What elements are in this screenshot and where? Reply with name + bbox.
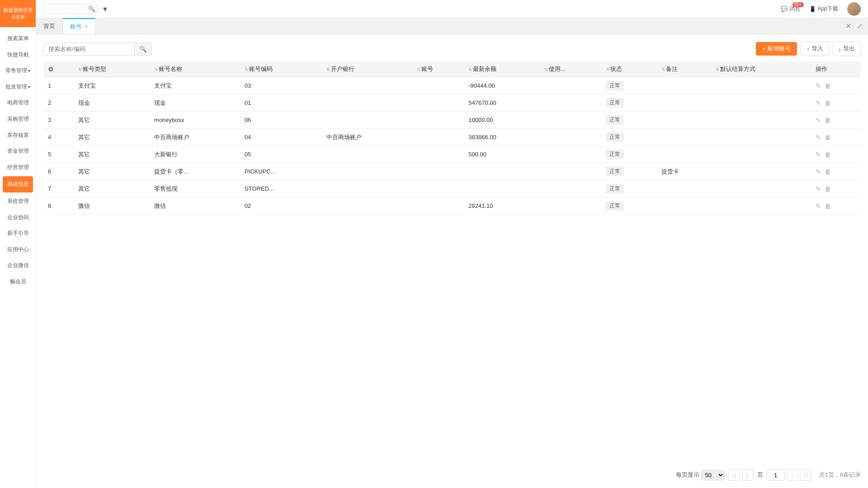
sidebar-item-newcomer[interactable]: 新手引导 (0, 225, 36, 242)
status-badge: 正常 (606, 98, 624, 108)
col-header-usage[interactable]: ⇅使用... (540, 61, 601, 77)
delete-icon[interactable]: 🗑 (825, 99, 831, 107)
action-icons: ✎🗑 (816, 99, 856, 107)
col-header-account[interactable]: ⇅账号 (412, 61, 464, 77)
cell-code: 01 (240, 94, 322, 112)
cell-status: 正常 (601, 94, 657, 112)
avatar[interactable] (847, 2, 861, 16)
table-row: 2现金现金01547670.00正常✎🗑 (43, 94, 861, 112)
cell-default_settle (711, 94, 811, 112)
tab-close-icon[interactable]: × (85, 23, 88, 30)
sidebar-item-app-center[interactable]: 应用中心 (0, 242, 36, 258)
close-all-icon: ✕ (845, 22, 851, 30)
sidebar-item-retail[interactable]: 零售管理▾ (0, 63, 36, 79)
last-page-button[interactable]: ⟩⟩ (800, 469, 812, 481)
edit-icon[interactable]: ✎ (816, 134, 821, 141)
search-box[interactable]: 🔍 (43, 42, 152, 56)
table-row: 6其它提货卡（零...PICKUPC...正常提货卡✎🗑 (43, 163, 861, 180)
col-header-remark[interactable]: ⇅备注 (657, 61, 711, 77)
gear-icon[interactable]: ⚙ (48, 66, 54, 73)
next-page-button[interactable]: ⟩ (787, 469, 798, 481)
cell-balance (464, 163, 539, 180)
cell-type: 其它 (74, 180, 149, 197)
logo: 畅捷通财生意 乐意版 (0, 0, 36, 27)
sidebar-item-capital[interactable]: 资金管理 (0, 143, 36, 160)
tab-home[interactable]: 首页 (36, 18, 63, 34)
cell-status: 正常 (601, 180, 657, 197)
col-header-type[interactable]: ⇅账号类型 (74, 61, 149, 77)
export-button[interactable]: ↓ 导出 (833, 42, 861, 56)
sidebar-item-corp-wechat[interactable]: 企业微信 (0, 258, 36, 274)
cell-bank (322, 163, 412, 180)
edit-icon[interactable]: ✎ (816, 117, 821, 124)
sidebar-item-system[interactable]: 系统管理 (0, 193, 36, 210)
logo-text: 畅捷通财生意 (3, 7, 33, 13)
edit-icon[interactable]: ✎ (816, 202, 821, 210)
sidebar-item-purchase[interactable]: 采购管理 (0, 111, 36, 127)
tab-expand-buttons[interactable]: ✕⤢ (840, 22, 868, 30)
header-dropdown-icon[interactable]: ▾ (103, 4, 107, 14)
message-button[interactable]: 💬 消息 99+ (781, 5, 800, 13)
sidebar-item-ecommerce[interactable]: 电商管理 (0, 95, 36, 111)
col-header-code[interactable]: ⇅账号编码 (240, 61, 322, 77)
sidebar-item-inventory[interactable]: 库存核算 (0, 127, 36, 144)
sidebar-item-label: 库存核算 (7, 132, 29, 139)
main-area: 🔍 ▾ 💬 消息 99+ 📱 App下载 首页账号×✕⤢ 🔍 (36, 0, 868, 488)
col-header-status[interactable]: ⇅状态 (601, 61, 657, 77)
search-button[interactable]: 🔍 (134, 43, 151, 55)
sidebar-item-wholesale[interactable]: 批发管理▾ (0, 79, 36, 95)
top-search-input[interactable] (47, 6, 88, 12)
cell-name: 中百商场账户 (150, 129, 240, 146)
sidebar-item-label: 经营管理 (7, 164, 29, 171)
col-header-balance[interactable]: ⇅最新余额 (464, 61, 539, 77)
cell-default_settle (711, 180, 811, 197)
edit-icon[interactable]: ✎ (816, 82, 821, 89)
sidebar-item-basic-info[interactable]: 基础信息 (3, 176, 33, 192)
delete-icon[interactable]: 🗑 (825, 117, 831, 124)
table-row: 7其它零售抵现STORED...正常✎🗑 (43, 180, 861, 197)
delete-icon[interactable]: 🗑 (825, 151, 831, 158)
cell-balance: 547670.00 (464, 94, 539, 112)
col-header-default_settle[interactable]: ⇅默认结算方式 (711, 61, 811, 77)
prev-page-button[interactable]: ⟨ (742, 469, 754, 481)
delete-icon[interactable]: 🗑 (825, 168, 831, 175)
message-badge: 99+ (793, 2, 804, 7)
tab-account[interactable]: 账号× (63, 18, 95, 34)
page-input[interactable] (767, 469, 785, 481)
cell-account (412, 129, 464, 146)
status-badge: 正常 (606, 150, 624, 159)
page-size-dropdown[interactable]: 50 100 200 (701, 470, 725, 480)
sidebar-item-label: 企业协同 (7, 214, 29, 221)
app-label: App下载 (818, 5, 838, 13)
first-page-button[interactable]: ⟨⟨ (728, 469, 740, 481)
edit-icon[interactable]: ✎ (816, 168, 821, 175)
col-header-bank[interactable]: ⇅开户银行 (322, 61, 412, 77)
sidebar-item-corp-agreement[interactable]: 企业协同 (0, 210, 36, 226)
top-search-box[interactable]: 🔍 (43, 4, 98, 14)
search-input[interactable] (44, 43, 134, 55)
tab-label: 账号 (70, 23, 82, 31)
col-header-name[interactable]: ⇅账号名称 (150, 61, 240, 77)
status-badge: 正常 (606, 132, 624, 142)
delete-icon[interactable]: 🗑 (825, 185, 831, 192)
sidebar-item-search[interactable]: 搜索菜单 (0, 31, 36, 47)
edit-icon[interactable]: ✎ (816, 151, 821, 158)
add-account-button[interactable]: + 新增账号 (756, 42, 797, 56)
app-download-button[interactable]: 📱 App下载 (809, 5, 838, 13)
cell-name: 零售抵现 (150, 180, 240, 197)
delete-icon[interactable]: 🗑 (825, 202, 831, 210)
cell-action: ✎🗑 (811, 94, 861, 112)
cell-account (412, 197, 464, 215)
sidebar-item-quick-nav[interactable]: 快捷导航 (0, 47, 36, 63)
edit-icon[interactable]: ✎ (816, 99, 821, 107)
edit-icon[interactable]: ✎ (816, 185, 821, 192)
sidebar-item-operation[interactable]: 经营管理 (0, 160, 36, 176)
delete-icon[interactable]: 🗑 (825, 82, 831, 89)
import-button[interactable]: ↑ 导入 (801, 42, 829, 56)
sidebar-item-member[interactable]: 畅会员 (0, 274, 36, 290)
cell-type: 其它 (74, 163, 149, 180)
cell-status: 正常 (601, 163, 657, 180)
cell-account (412, 146, 464, 163)
delete-icon[interactable]: 🗑 (825, 134, 831, 141)
cell-remark (657, 112, 711, 129)
